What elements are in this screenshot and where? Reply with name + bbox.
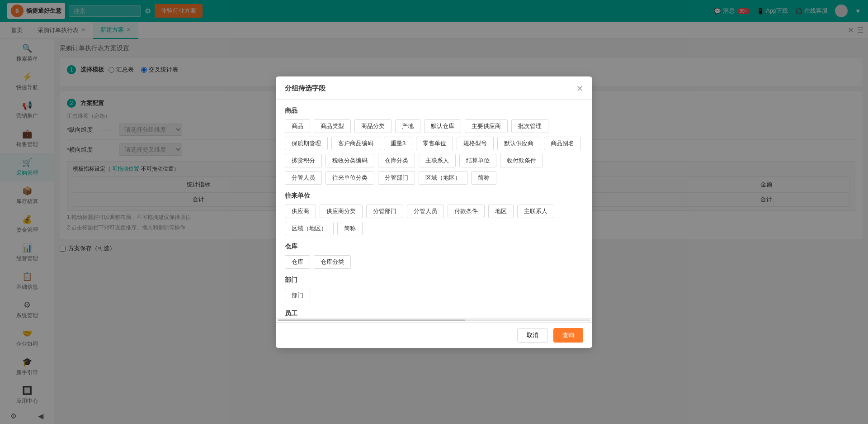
field-tag[interactable]: 分管人员	[285, 171, 322, 185]
field-tag[interactable]: 结算单位	[459, 154, 496, 167]
field-group-partner: 往来单位 供应商 供应商分类 分管部门 分管人员 付款条件 地区 主联系人 区域…	[285, 192, 583, 235]
field-tag[interactable]: 主要供应商	[465, 119, 508, 133]
field-tag[interactable]: 产地	[395, 119, 420, 133]
field-tag[interactable]: 付款条件	[448, 205, 485, 218]
field-tag[interactable]: 主联系人	[419, 154, 456, 167]
field-tag[interactable]: 税收分类编码	[326, 154, 374, 167]
field-tag[interactable]: 保质期管理	[285, 137, 328, 150]
field-tag[interactable]: 仓库	[285, 255, 310, 269]
field-tag[interactable]: 商品别名	[544, 137, 581, 150]
modal-title: 分组待选字段	[285, 84, 326, 93]
field-tag[interactable]: 默认供应商	[497, 137, 540, 150]
field-tag[interactable]: 规格型号	[457, 137, 494, 150]
modal-close-button[interactable]: ✕	[576, 84, 583, 94]
confirm-button[interactable]: 查询	[553, 328, 583, 343]
group-title-employee: 员工	[285, 310, 583, 318]
field-tag[interactable]: 收付款条件	[500, 154, 543, 167]
field-group-product: 商品 商品 商品类型 商品分类 产地 默认仓库 主要供应商 批次管理 保质期管理…	[285, 107, 583, 185]
field-tag[interactable]: 批次管理	[511, 119, 548, 133]
field-tag[interactable]: 仓库分类	[378, 154, 415, 167]
field-tag[interactable]: 主联系人	[517, 205, 554, 218]
field-group-department: 部门 部门	[285, 276, 583, 302]
field-tag[interactable]: 商品类型	[314, 119, 351, 133]
modal-header: 分组待选字段 ✕	[276, 76, 592, 100]
department-field-tags: 部门	[285, 289, 583, 302]
field-tag[interactable]: 商品	[285, 119, 310, 133]
field-tag[interactable]: 零售单位	[416, 137, 453, 150]
field-tag[interactable]: 区域（地区）	[285, 222, 334, 235]
field-tag[interactable]: 区域（地区）	[419, 171, 467, 185]
modal-overlay: 分组待选字段 ✕ 商品 商品 商品类型 商品分类 产地 默认仓库 主要供应商 批…	[0, 0, 868, 424]
field-tag[interactable]: 商品分类	[354, 119, 392, 133]
field-tag[interactable]: 分管部门	[366, 205, 403, 218]
field-tag[interactable]: 往来单位分类	[326, 171, 374, 185]
field-tag[interactable]: 客户商品编码	[331, 137, 380, 150]
modal-hscroll[interactable]	[276, 318, 592, 322]
field-tag[interactable]: 供应商	[285, 205, 316, 218]
partner-field-tags: 供应商 供应商分类 分管部门 分管人员 付款条件 地区 主联系人 区域（地区） …	[285, 205, 583, 235]
field-tag[interactable]: 分管人员	[407, 205, 444, 218]
field-group-employee: 员工 业务员	[285, 310, 583, 318]
group-title-warehouse: 仓库	[285, 243, 583, 251]
modal: 分组待选字段 ✕ 商品 商品 商品类型 商品分类 产地 默认仓库 主要供应商 批…	[276, 76, 592, 348]
field-tag[interactable]: 重量3	[384, 137, 412, 150]
field-tag[interactable]: 默认仓库	[424, 119, 461, 133]
product-field-tags: 商品 商品类型 商品分类 产地 默认仓库 主要供应商 批次管理 保质期管理 客户…	[285, 119, 583, 185]
field-tag[interactable]: 拣货积分	[285, 154, 322, 167]
field-group-warehouse: 仓库 仓库 仓库分类	[285, 243, 583, 269]
field-tag[interactable]: 简称	[471, 171, 496, 185]
field-tag[interactable]: 供应商分类	[320, 205, 363, 218]
field-tag[interactable]: 地区	[488, 205, 514, 218]
modal-footer: 取消 查询	[276, 322, 592, 348]
warehouse-field-tags: 仓库 仓库分类	[285, 255, 583, 269]
group-title-partner: 往来单位	[285, 192, 583, 200]
cancel-button[interactable]: 取消	[517, 328, 548, 343]
field-tag[interactable]: 仓库分类	[314, 255, 351, 269]
field-tag[interactable]: 部门	[285, 289, 310, 302]
group-title-product: 商品	[285, 107, 583, 115]
modal-body: 商品 商品 商品类型 商品分类 产地 默认仓库 主要供应商 批次管理 保质期管理…	[276, 100, 592, 318]
field-tag[interactable]: 简称	[337, 222, 363, 235]
field-tag[interactable]: 分管部门	[378, 171, 415, 185]
group-title-department: 部门	[285, 276, 583, 284]
